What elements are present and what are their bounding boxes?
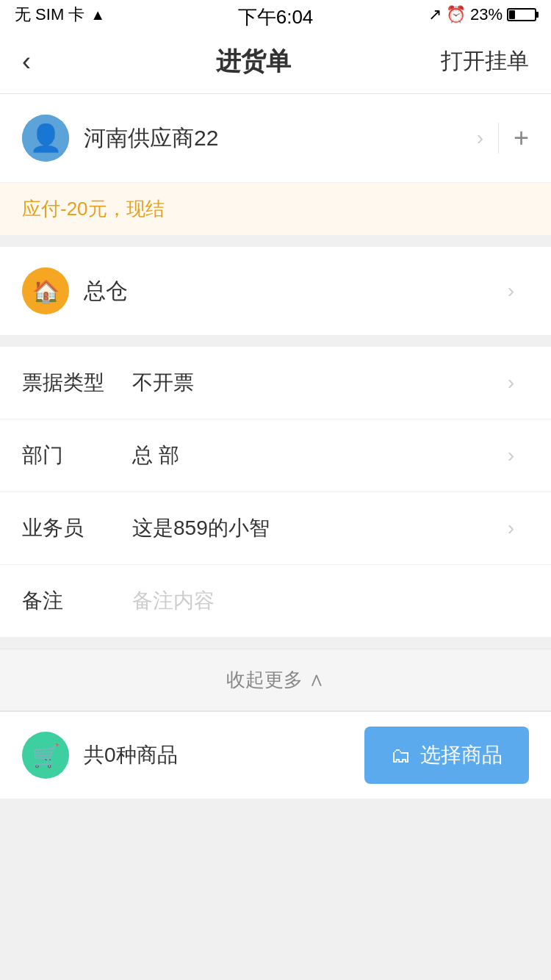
- bottom-bar: 🛒 共0种商品 🗂 选择商品: [0, 711, 551, 799]
- open-pending-button[interactable]: 打开挂单: [441, 46, 529, 76]
- chevron-right-icon: ›: [477, 126, 483, 150]
- main-content: 👤 河南供应商22 › + 应付-20元，现结 🏠 总仓 › 票据类型 不开票 …: [0, 94, 551, 976]
- chevron-right-icon: ›: [508, 444, 514, 467]
- status-time: 下午6:04: [238, 4, 314, 30]
- chevron-right-icon: ›: [508, 279, 514, 303]
- house-icon: 🏠: [32, 278, 60, 304]
- battery-percent: 23%: [470, 5, 503, 24]
- salesperson-value: 这是859的小智: [125, 514, 508, 542]
- remark-row[interactable]: 备注 备注内容: [0, 565, 551, 637]
- remark-label: 备注: [22, 587, 125, 615]
- invoice-type-row[interactable]: 票据类型 不开票 ›: [0, 347, 551, 419]
- notice-bar: 应付-20元，现结: [0, 183, 551, 235]
- product-icon: 🛒: [22, 732, 69, 779]
- salesperson-label: 业务员: [22, 514, 125, 542]
- bag-icon: 🛒: [32, 743, 60, 768]
- department-row[interactable]: 部门 总 部 ›: [0, 419, 551, 492]
- chevron-right-icon: ›: [508, 371, 514, 394]
- back-button[interactable]: ‹: [22, 46, 66, 77]
- alarm-icon: ⏰: [446, 5, 466, 24]
- supplier-row[interactable]: 👤 河南供应商22 › +: [0, 94, 551, 183]
- collapse-button[interactable]: 收起更多 ∧: [0, 649, 551, 711]
- wifi-icon: ▲: [90, 7, 105, 24]
- remark-input[interactable]: 备注内容: [125, 587, 529, 615]
- supplier-section: 👤 河南供应商22 › + 应付-20元，现结: [0, 94, 551, 235]
- form-section: 票据类型 不开票 › 部门 总 部 › 业务员 这是859的小智 › 备注 备注…: [0, 347, 551, 637]
- product-count: 共0种商品: [84, 741, 364, 769]
- status-left: 无 SIM 卡 ▲: [15, 4, 105, 26]
- carrier-label: 无 SIM 卡: [15, 4, 84, 26]
- select-product-label: 选择商品: [420, 741, 503, 769]
- select-product-icon: 🗂: [391, 743, 411, 768]
- warehouse-row[interactable]: 🏠 总仓 ›: [0, 235, 551, 335]
- avatar: 👤: [22, 115, 69, 162]
- department-value: 总 部: [125, 442, 508, 469]
- person-icon: 👤: [29, 123, 62, 154]
- chevron-right-icon: ›: [508, 516, 514, 540]
- department-label: 部门: [22, 442, 125, 469]
- location-icon: ↗: [428, 5, 442, 24]
- battery-icon: [507, 8, 536, 21]
- invoice-type-label: 票据类型: [22, 369, 125, 397]
- select-product-button[interactable]: 🗂 选择商品: [364, 727, 529, 784]
- invoice-type-value: 不开票: [125, 369, 508, 397]
- nav-bar: ‹ 进货单 打开挂单: [0, 29, 551, 94]
- battery-fill: [509, 10, 515, 19]
- page-title: 进货单: [216, 45, 291, 79]
- notice-text: 应付-20元，现结: [22, 198, 165, 220]
- supplier-name: 河南供应商22: [84, 123, 477, 154]
- add-supplier-button[interactable]: +: [498, 123, 529, 154]
- warehouse-icon: 🏠: [22, 267, 69, 314]
- status-bar: 无 SIM 卡 ▲ 下午6:04 ↗ ⏰ 23%: [0, 0, 551, 29]
- supplier-avatar: 👤: [22, 115, 69, 162]
- warehouse-name: 总仓: [84, 276, 508, 306]
- status-right: ↗ ⏰ 23%: [428, 5, 536, 24]
- salesperson-row[interactable]: 业务员 这是859的小智 ›: [0, 492, 551, 565]
